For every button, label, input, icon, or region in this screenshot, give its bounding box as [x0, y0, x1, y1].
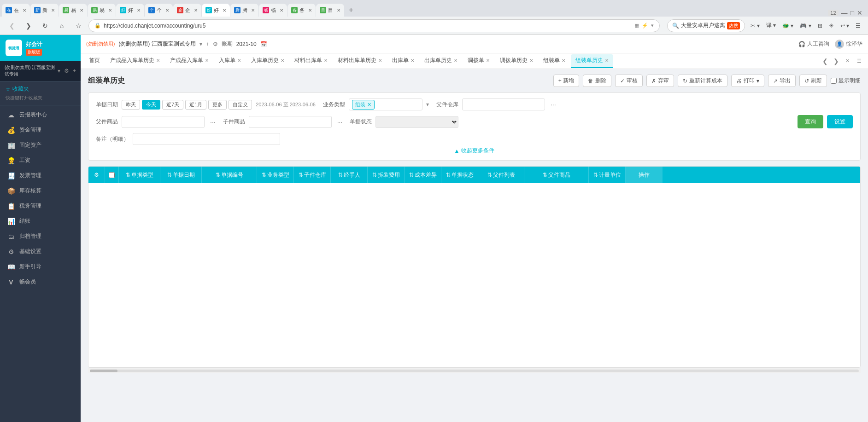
tab-close-7[interactable]: ✕: [223, 8, 226, 13]
tab-close-page-6[interactable]: ✕: [378, 58, 382, 63]
tab-close-6[interactable]: ✕: [194, 8, 198, 13]
sidebar-item-assets[interactable]: 🏢 固定资产: [0, 138, 81, 153]
add-button[interactable]: + 新增: [553, 75, 579, 87]
sidebar-item-tax[interactable]: 📋 税务管理: [0, 198, 81, 214]
page-tab-10[interactable]: 调拨单历史 ✕: [495, 54, 538, 68]
game-btn[interactable]: 🎮 ▾: [798, 22, 813, 30]
browser-tab-10[interactable]: 各 各 ✕: [287, 4, 316, 17]
parent-warehouse-input[interactable]: [462, 98, 545, 110]
th-warehouse[interactable]: ⇅ 子件仓库: [294, 167, 331, 183]
sidebar-item-finance[interactable]: 💰 资金管理: [0, 122, 81, 138]
tab-close-10[interactable]: ✕: [308, 8, 312, 13]
page-tab-home[interactable]: 首页: [84, 54, 105, 68]
tab-close-page-8[interactable]: ✕: [454, 58, 457, 63]
settings-icon[interactable]: ⚙: [64, 68, 69, 74]
brightness-btn[interactable]: ☀: [827, 22, 836, 30]
scrollbar-track[interactable]: [90, 370, 859, 372]
plus-icon[interactable]: +: [206, 41, 209, 47]
th-handler[interactable]: ⇅ 经手人: [331, 167, 368, 183]
warehouse-dots[interactable]: ···: [551, 101, 556, 108]
sidebar-item-guide[interactable]: 📖 新手引导: [0, 259, 81, 274]
page-tab-5[interactable]: 材料出库单 ✕: [290, 54, 332, 68]
th-type[interactable]: ⇅ 单据类型: [119, 167, 160, 183]
bill-status-select[interactable]: [375, 116, 458, 128]
note-input[interactable]: [133, 133, 280, 145]
th-biz[interactable]: ⇅ 业务类型: [257, 167, 294, 183]
browser-tab-4[interactable]: 好 好 ✕: [116, 4, 144, 17]
browser-tab-0[interactable]: 在 在 ✕: [2, 4, 30, 17]
page-tab-11[interactable]: 组装单 ✕: [539, 54, 570, 68]
favorites-header[interactable]: ☆ 收藏夹: [6, 85, 75, 93]
th-checkbox[interactable]: [105, 167, 119, 183]
dropdown-icon[interactable]: ▾: [651, 23, 654, 29]
emoji-btn[interactable]: 🐲 ▾: [780, 22, 795, 30]
translate-btn[interactable]: 译 ▾: [764, 21, 778, 30]
service-btn[interactable]: 🎧 人工咨询: [798, 40, 829, 48]
sidebar-item-member[interactable]: V 畅会员: [0, 274, 81, 289]
new-tab-button[interactable]: +: [345, 4, 358, 17]
tab-close-page-9[interactable]: ✕: [486, 58, 490, 63]
th-unit[interactable]: ⇅ 计量单位: [589, 167, 626, 183]
date-btn-today[interactable]: 今天: [142, 100, 160, 110]
sidebar-item-reports[interactable]: ☁ 云报表中心: [0, 107, 81, 122]
company-dropdown-icon[interactable]: ▾: [199, 41, 202, 47]
browser-search-area[interactable]: 🔍 大量安卓用户逃离 热搜: [667, 19, 745, 32]
tab-close-4[interactable]: ✕: [137, 8, 141, 13]
tab-close-page-7[interactable]: ✕: [411, 58, 414, 63]
print-button[interactable]: 🖨 打印 ▾: [731, 75, 764, 87]
page-tab-2[interactable]: 产成品入库单 ✕: [165, 54, 213, 68]
browser-tab-5[interactable]: 个 个 ✕: [145, 4, 173, 17]
th-num[interactable]: ⇅ 单据编号: [202, 167, 257, 183]
browser-tab-7[interactable]: 好 好 ✕: [202, 4, 230, 17]
audit-button[interactable]: ✓ 审核: [615, 75, 643, 87]
tab-close-all[interactable]: ✕: [843, 57, 852, 65]
query-button[interactable]: 查询: [798, 115, 823, 128]
calendar-icon[interactable]: 📅: [260, 41, 267, 47]
browser-tab-1[interactable]: 新 新 ✕: [30, 4, 59, 17]
page-tab-7[interactable]: 出库单 ✕: [387, 54, 419, 68]
date-btn-custom[interactable]: 自定义: [229, 100, 252, 110]
th-dismantlecost[interactable]: ⇅ 拆装费用: [368, 167, 405, 183]
tab-close-page-11[interactable]: ✕: [562, 58, 565, 63]
tab-close-2[interactable]: ✕: [80, 8, 83, 13]
back-button[interactable]: ❮: [6, 19, 18, 32]
biz-dropdown-icon[interactable]: ▾: [426, 101, 429, 108]
sidebar-item-invoice[interactable]: 🧾 发票管理: [0, 168, 81, 183]
child-goods-dots[interactable]: ···: [337, 118, 343, 126]
sidebar-item-archive[interactable]: 🗂 归档管理: [0, 229, 81, 244]
page-tab-9[interactable]: 调拨单 ✕: [463, 54, 494, 68]
tab-close-9[interactable]: ✕: [280, 8, 283, 13]
th-date[interactable]: ⇅ 单据日期: [160, 167, 202, 183]
tab-close-page-5[interactable]: ✕: [324, 58, 328, 63]
reload-button[interactable]: ↻: [39, 19, 52, 32]
collapse-bar[interactable]: ▲ 收起更多条件: [96, 147, 853, 155]
browser-tab-6[interactable]: 企 企 ✕: [173, 4, 201, 17]
th-status[interactable]: ⇅ 单据状态: [441, 167, 478, 183]
recalculate-button[interactable]: ↻ 重新计算成本: [678, 75, 727, 87]
biz-tag-close[interactable]: ✕: [367, 102, 371, 108]
sidebar-item-salary[interactable]: 👷 工资: [0, 153, 81, 168]
settings-button[interactable]: 设置: [827, 115, 853, 128]
tab-close-1[interactable]: ✕: [51, 8, 55, 13]
tab-close-page-2[interactable]: ✕: [205, 58, 209, 63]
add-icon[interactable]: +: [73, 68, 76, 74]
tab-close-3[interactable]: ✕: [108, 8, 112, 13]
parent-goods-dots[interactable]: ···: [210, 118, 216, 126]
user-btn[interactable]: 👤 徐泽华: [835, 40, 862, 49]
date-btn-7days[interactable]: 近7天: [162, 100, 183, 110]
browser-tab-9[interactable]: 畅 畅 ✕: [259, 4, 287, 17]
show-detail-label[interactable]: 显示明细: [831, 77, 861, 85]
forward-button[interactable]: ❯: [22, 19, 35, 32]
export-button[interactable]: ↗ 导出: [768, 75, 796, 87]
tab-close-0[interactable]: ✕: [23, 8, 26, 13]
home-button[interactable]: ⌂: [55, 19, 68, 32]
maximize-button[interactable]: □: [850, 9, 854, 17]
page-tab-4[interactable]: 入库单历史 ✕: [246, 54, 289, 68]
grid-btn[interactable]: ⊞: [816, 22, 824, 30]
child-goods-input[interactable]: [249, 116, 332, 128]
browser-tab-11[interactable]: 目 目 ✕: [316, 4, 344, 17]
page-tab-3[interactable]: 入库单 ✕: [214, 54, 246, 68]
menu-btn[interactable]: ☰: [854, 22, 862, 30]
tab-close-page-12[interactable]: ✕: [605, 58, 609, 63]
minimize-button[interactable]: —: [841, 9, 848, 17]
